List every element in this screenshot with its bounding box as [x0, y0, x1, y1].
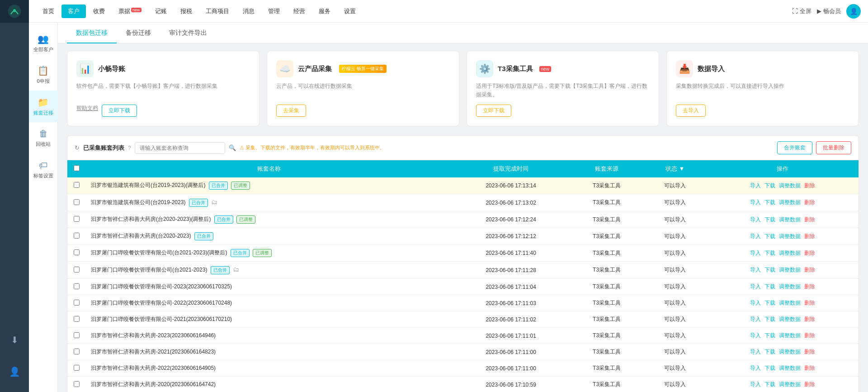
- action-导入[interactable]: 导入: [750, 199, 761, 206]
- tab-备份迁移[interactable]: 备份迁移: [117, 24, 160, 43]
- row-checkbox[interactable]: [74, 267, 80, 272]
- action-导入[interactable]: 导入: [750, 332, 761, 339]
- action-下载[interactable]: 下载: [764, 349, 775, 355]
- action-下载[interactable]: 下载: [764, 267, 775, 273]
- row-checkbox[interactable]: [74, 199, 80, 205]
- action-下载[interactable]: 下载: [764, 332, 775, 339]
- action-下载[interactable]: 下载: [764, 381, 775, 387]
- action-删除[interactable]: 删除: [804, 365, 815, 371]
- tab-数据包迁移[interactable]: 数据包迁移: [67, 24, 117, 43]
- action-导入[interactable]: 导入: [750, 300, 761, 306]
- vip-button[interactable]: ▶ 畅会员: [817, 7, 841, 15]
- row-checkbox[interactable]: [74, 249, 80, 255]
- row-checkbox[interactable]: [74, 216, 80, 222]
- action-导入[interactable]: 导入: [750, 182, 761, 189]
- action-调整数据[interactable]: 调整数据: [779, 316, 801, 322]
- sidebar-item-download[interactable]: ⬇: [0, 324, 29, 356]
- search-icon[interactable]: 🔍: [229, 144, 236, 151]
- left-panel-item-recycle[interactable]: 🗑 回收站: [29, 122, 58, 154]
- action-调整数据[interactable]: 调整数据: [779, 283, 801, 290]
- action-下载[interactable]: 下载: [764, 316, 775, 322]
- action-导入[interactable]: 导入: [750, 349, 761, 355]
- row-checkbox[interactable]: [74, 233, 80, 239]
- action-导入[interactable]: 导入: [750, 233, 761, 239]
- action-下载[interactable]: 下载: [764, 182, 775, 189]
- action-删除[interactable]: 删除: [804, 250, 815, 256]
- user-avatar[interactable]: 👤: [846, 4, 861, 19]
- folder-icon[interactable]: 🗂: [211, 198, 217, 206]
- action-删除[interactable]: 删除: [804, 316, 815, 322]
- action-下载[interactable]: 下载: [764, 365, 775, 371]
- select-all-checkbox[interactable]: [74, 165, 80, 171]
- fullscreen-button[interactable]: ⛶ 全屏: [792, 7, 811, 15]
- action-调整数据[interactable]: 调整数据: [779, 349, 801, 355]
- action-导入[interactable]: 导入: [750, 381, 761, 387]
- topnav-item-收费[interactable]: 收费: [87, 5, 111, 18]
- action-调整数据[interactable]: 调整数据: [779, 216, 801, 223]
- topnav-item-票据[interactable]: 票据new: [112, 5, 148, 18]
- row-checkbox[interactable]: [74, 349, 80, 354]
- action-导入[interactable]: 导入: [750, 283, 761, 290]
- topnav-item-工商项目[interactable]: 工商项目: [199, 5, 236, 18]
- action-删除[interactable]: 删除: [804, 199, 815, 206]
- topnav-item-经营[interactable]: 经营: [287, 5, 311, 18]
- card-link-xiaochangzhang[interactable]: 帮助文档: [76, 105, 98, 117]
- action-导入[interactable]: 导入: [750, 365, 761, 371]
- action-删除[interactable]: 删除: [804, 216, 815, 223]
- action-下载[interactable]: 下载: [764, 300, 775, 306]
- action-导入[interactable]: 导入: [750, 267, 761, 273]
- search-input[interactable]: [135, 142, 225, 154]
- action-导入[interactable]: 导入: [750, 250, 761, 256]
- folder-icon[interactable]: 🗂: [233, 266, 239, 273]
- action-下载[interactable]: 下载: [764, 233, 775, 239]
- row-checkbox[interactable]: [74, 332, 80, 338]
- action-删除[interactable]: 删除: [804, 267, 815, 273]
- topnav-item-消息[interactable]: 消息: [236, 5, 261, 18]
- card-btn-xiaochangzhang[interactable]: 立即下载: [102, 105, 137, 117]
- action-导入[interactable]: 导入: [750, 316, 761, 322]
- action-删除[interactable]: 删除: [804, 381, 815, 387]
- action-调整数据[interactable]: 调整数据: [779, 233, 801, 239]
- action-导入[interactable]: 导入: [750, 216, 761, 223]
- action-删除[interactable]: 删除: [804, 300, 815, 306]
- topnav-item-记账[interactable]: 记账: [149, 5, 173, 18]
- action-调整数据[interactable]: 调整数据: [779, 199, 801, 206]
- action-下载[interactable]: 下载: [764, 283, 775, 290]
- row-checkbox[interactable]: [74, 365, 80, 371]
- row-checkbox[interactable]: [74, 381, 80, 387]
- action-调整数据[interactable]: 调整数据: [779, 182, 801, 189]
- card-btn-cloud[interactable]: 去采集: [276, 105, 306, 117]
- topnav-item-管理[interactable]: 管理: [262, 5, 286, 18]
- tab-审计文件导出[interactable]: 审计文件导出: [160, 24, 216, 43]
- row-checkbox[interactable]: [74, 300, 80, 306]
- batch-delete-btn[interactable]: 批量删除: [816, 141, 851, 154]
- action-调整数据[interactable]: 调整数据: [779, 381, 801, 387]
- action-调整数据[interactable]: 调整数据: [779, 250, 801, 256]
- topnav-item-首页[interactable]: 首页: [36, 5, 61, 18]
- topnav-item-报税[interactable]: 报税: [174, 5, 198, 18]
- row-checkbox[interactable]: [74, 283, 80, 289]
- row-checkbox[interactable]: [74, 316, 80, 322]
- action-下载[interactable]: 下载: [764, 216, 775, 223]
- action-删除[interactable]: 删除: [804, 349, 815, 355]
- action-下载[interactable]: 下载: [764, 199, 775, 206]
- action-删除[interactable]: 删除: [804, 283, 815, 290]
- card-btn-dataimport[interactable]: 去导入: [676, 105, 706, 117]
- action-调整数据[interactable]: 调整数据: [779, 267, 801, 273]
- topnav-item-设置[interactable]: 设置: [338, 5, 362, 18]
- left-panel-item-migration[interactable]: 📁 账套迁移: [29, 91, 58, 122]
- sidebar-item-user[interactable]: 👤: [0, 356, 29, 387]
- action-下载[interactable]: 下载: [764, 250, 775, 256]
- merge-btn[interactable]: 合并账套: [777, 141, 812, 154]
- help-icon[interactable]: ?: [128, 145, 131, 151]
- action-调整数据[interactable]: 调整数据: [779, 365, 801, 371]
- action-删除[interactable]: 删除: [804, 233, 815, 239]
- action-调整数据[interactable]: 调整数据: [779, 300, 801, 306]
- left-panel-item-clients[interactable]: 👥 全部客户: [29, 27, 58, 59]
- app-logo[interactable]: [0, 0, 29, 23]
- action-删除[interactable]: 删除: [804, 182, 815, 189]
- left-panel-item-tags[interactable]: 🏷 标签设置: [29, 154, 58, 186]
- row-checkbox[interactable]: [74, 182, 80, 188]
- action-删除[interactable]: 删除: [804, 332, 815, 339]
- left-panel-item-zero-report[interactable]: 📋 0申报: [29, 59, 58, 91]
